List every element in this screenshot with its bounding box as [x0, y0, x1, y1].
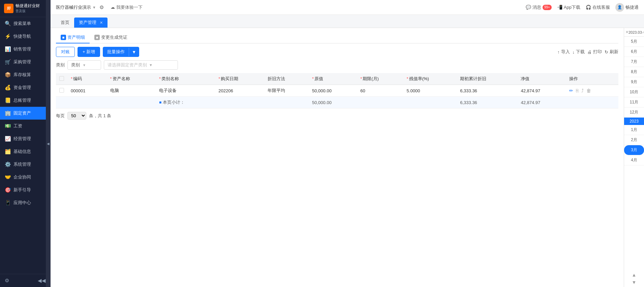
- logo-text-wrap: 畅捷通好业财 普及版: [16, 3, 40, 13]
- per-page-select[interactable]: 50 10 20 100: [67, 112, 86, 120]
- company-name: 医疗器械行业演示: [56, 4, 91, 10]
- th-purchase-date: *购买日期: [215, 73, 264, 85]
- export-action[interactable]: ↑ 导入: [557, 49, 570, 55]
- subtotal-empty-4: [215, 97, 264, 108]
- cal-down-icon[interactable]: ▼: [632, 280, 637, 285]
- logo-sub: 普及版: [16, 9, 40, 13]
- ledger-icon: 📒: [5, 97, 11, 103]
- sidebar-item-operations[interactable]: 📈 经营管理: [0, 132, 51, 145]
- cal-month-8[interactable]: 8月: [624, 67, 644, 77]
- new-button[interactable]: + 新增: [78, 47, 100, 57]
- sidebar-item-app-center[interactable]: 📱 应用中心: [0, 196, 51, 209]
- cal-month-2[interactable]: 2月: [624, 135, 644, 145]
- sidebar-item-search[interactable]: 🔍 搜索菜单: [0, 17, 51, 30]
- cal-month-9[interactable]: 9月: [624, 77, 644, 87]
- sidebar-item-label: 新手引导: [13, 187, 31, 193]
- print-icon: 🖨: [587, 50, 592, 55]
- sidebar-item-capital[interactable]: 💰 资金管理: [0, 81, 51, 94]
- cal-month-5[interactable]: 5月: [624, 37, 644, 47]
- sidebar-collapse-btn[interactable]: ◀: [46, 0, 51, 287]
- calendar-prev-btn[interactable]: ✕: [625, 30, 628, 34]
- subtotal-original-value: 50,000.00: [309, 97, 357, 108]
- th-accumulated-depreciation: 期初累计折旧: [457, 73, 517, 85]
- customer-service-btn[interactable]: 🎧 在线客服: [586, 4, 610, 10]
- topbar-settings-icon[interactable]: ⚙: [99, 4, 104, 10]
- tab-home[interactable]: 首页: [56, 18, 74, 28]
- category-placeholder: 请选择固定资产类别: [108, 62, 147, 68]
- cell-category: 电子设备: [156, 85, 215, 97]
- username: 畅捷通: [625, 4, 639, 10]
- headset-icon: 🎧: [586, 5, 591, 10]
- sidebar-item-basic-info[interactable]: 🗂️ 基础信息: [0, 145, 51, 158]
- sidebar-item-label: 系统管理: [13, 161, 31, 167]
- print-action[interactable]: 🖨 打印: [587, 49, 602, 55]
- sidebar-item-label: 搜索菜单: [13, 21, 31, 27]
- collapse-icon[interactable]: ◀◀: [38, 278, 46, 284]
- share-icon[interactable]: ⤴: [581, 88, 584, 93]
- cal-month-6[interactable]: 6月: [624, 47, 644, 57]
- sub-tab-asset-detail[interactable]: ■ 资产明细: [56, 32, 90, 43]
- cal-month-3[interactable]: 3月: [624, 145, 644, 155]
- sidebar-item-payroll[interactable]: 💵 工资: [0, 120, 51, 132]
- input-arrow-icon: ▼: [149, 63, 153, 67]
- sidebar-nav: 🔍 搜索菜单 ⚡ 快捷导航 📊 销售管理 🛒 采购管理 📦 库存核算 💰 资金管…: [0, 17, 51, 274]
- experience-btn[interactable]: ☁ 我要体验一下: [111, 4, 143, 10]
- sidebar-item-purchase[interactable]: 🛒 采购管理: [0, 56, 51, 68]
- reconcile-button[interactable]: 对账: [56, 47, 75, 57]
- batch-arrow-icon[interactable]: ▼: [129, 48, 139, 56]
- th-residual-rate: *残值率(%): [403, 73, 457, 85]
- asset-table: *编码 *资产名称 *类别名称 *购买日期 折旧方法 *原值 *期限(月) *残…: [56, 73, 618, 108]
- copy-icon[interactable]: ⎘: [576, 88, 579, 93]
- delete-icon[interactable]: 🗑: [586, 88, 591, 93]
- batch-ops-button[interactable]: 批量操作 ▼: [103, 47, 139, 57]
- calendar-expand-btn[interactable]: ⤢: [642, 30, 644, 34]
- subtotal-accumulated-depreciation: 6,333.36: [457, 97, 517, 108]
- settings-icon[interactable]: ⚙: [5, 278, 9, 284]
- app-download-btn[interactable]: 📲 App下载: [557, 4, 580, 10]
- toolbar: 对账 + 新增 批量操作 ▼ ↑ 导入 ↓ 下载 🖨: [56, 47, 618, 57]
- message-badge: 99+: [543, 5, 552, 10]
- sub-tab-change-voucher[interactable]: ■ 变更生成凭证: [90, 32, 132, 43]
- message-btn[interactable]: 💬 消息 99+: [526, 4, 552, 10]
- cal-month-7[interactable]: 7月: [624, 57, 644, 67]
- message-icon: 💬: [526, 5, 531, 10]
- category-select[interactable]: 类别 ▼: [67, 60, 101, 70]
- cal-month-4[interactable]: 4月: [624, 155, 644, 165]
- tab-close-icon[interactable]: ✕: [100, 21, 103, 25]
- calendar-months: 5月 6月 7月 8月 9月 10月 11月 12月 2023 1月 2月 3月…: [624, 37, 644, 270]
- sidebar-item-guide[interactable]: 🎯 新手引导: [0, 184, 51, 196]
- cal-month-1[interactable]: 1月: [624, 125, 644, 135]
- edit-icon[interactable]: ✏: [569, 88, 573, 93]
- subtotal-label-cell: ■ 本页小计：: [156, 97, 215, 108]
- tab-asset-mgmt[interactable]: 资产管理 ✕: [74, 18, 108, 28]
- sidebar-item-inventory[interactable]: 📦 库存核算: [0, 68, 51, 81]
- cal-month-12[interactable]: 12月: [624, 107, 644, 118]
- sidebar-item-enterprise[interactable]: 🤝 企业协同: [0, 171, 51, 184]
- topbar-right: 💬 消息 99+ 📲 App下载 🎧 在线客服 👤 畅捷通: [526, 3, 639, 12]
- batch-ops-label: 批量操作: [103, 47, 129, 57]
- user-profile-btn[interactable]: 👤 畅捷通: [615, 3, 639, 12]
- sidebar-item-fixed-assets[interactable]: 🏢 固定资产: [0, 107, 51, 120]
- sidebar-item-ledger[interactable]: 📒 总账管理: [0, 94, 51, 107]
- category-input[interactable]: 请选择固定资产类别 ▼: [104, 60, 178, 70]
- refresh-action[interactable]: ↻ 刷新: [605, 49, 618, 55]
- cal-month-10[interactable]: 10月: [624, 87, 644, 97]
- th-original-value: *原值: [309, 73, 357, 85]
- cal-up-icon[interactable]: ▲: [632, 272, 637, 278]
- calendar-header: ✕ 2023.03 ⤢: [624, 28, 644, 37]
- sidebar-item-quick-nav[interactable]: ⚡ 快捷导航: [0, 30, 51, 43]
- sidebar-item-sales[interactable]: 📊 销售管理: [0, 43, 51, 56]
- download-action[interactable]: ↓ 下载: [573, 49, 585, 55]
- select-all-checkbox[interactable]: [59, 76, 64, 81]
- sidebar: 好 畅捷通好业财 普及版 ◀ 🔍 搜索菜单 ⚡ 快捷导航 📊 销售管理 🛒 采购…: [0, 0, 51, 287]
- sidebar-item-system[interactable]: ⚙️ 系统管理: [0, 158, 51, 171]
- sales-icon: 📊: [5, 46, 11, 52]
- download-icon: 📲: [557, 5, 562, 10]
- row-checkbox[interactable]: [59, 88, 64, 93]
- sidebar-item-label: 库存核算: [13, 72, 31, 78]
- company-selector[interactable]: 医疗器械行业演示 ▼: [56, 4, 96, 10]
- calendar-year-month: 2023.03: [628, 30, 642, 34]
- table-row: 000001 电脑 电子设备 202206 年限平均 50,000.00 60 …: [56, 85, 618, 97]
- cal-month-11[interactable]: 11月: [624, 97, 644, 107]
- tabs-bar: 首页 资产管理 ✕: [51, 15, 644, 28]
